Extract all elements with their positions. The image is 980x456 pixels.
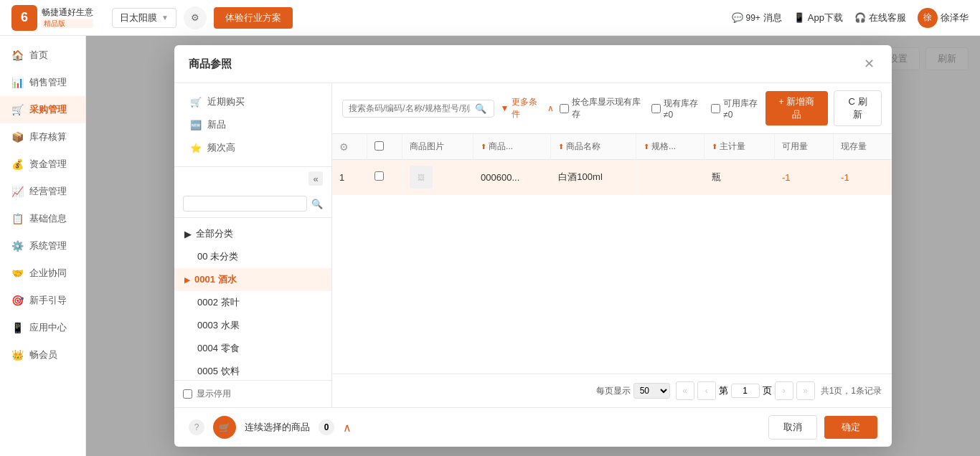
td-code: 000600... — [473, 160, 551, 195]
star-icon-sm: ⭐ — [190, 143, 202, 153]
page-nav: « ‹ 第 页 › » — [676, 381, 815, 400]
confirm-button[interactable]: 确定 — [824, 416, 877, 439]
cat-item-all[interactable]: ▶ 全部分类 — [174, 222, 331, 245]
selected-count-badge: 0 — [319, 419, 334, 435]
online-service-item[interactable]: 🎧 在线客服 — [854, 11, 906, 24]
try-industry-button[interactable]: 体验行业方案 — [214, 7, 293, 29]
prev-page-button[interactable]: ‹ — [697, 381, 716, 400]
recent-item-purchase[interactable]: 🛒 近期购买 — [182, 90, 324, 113]
help-icon[interactable]: ? — [189, 419, 204, 435]
cat-item-0005[interactable]: 0005 饮料 — [174, 360, 331, 380]
td-stock: -1 — [834, 160, 892, 195]
modal-close-button[interactable]: ✕ — [860, 55, 877, 72]
display-disabled-checkbox[interactable] — [183, 389, 192, 399]
product-thumbnail: 🖼 — [410, 166, 433, 189]
cat-item-uncategorized[interactable]: 00 未分类 — [174, 245, 331, 268]
continuous-select-label: 连续选择的商品 — [245, 421, 310, 434]
checkbox-warehouse-label[interactable]: 按仓库显示现有库存 — [560, 96, 646, 120]
first-page-button[interactable]: « — [676, 381, 694, 400]
checkbox-available-label[interactable]: 现有库存≠0 — [651, 98, 705, 120]
th-image-sort: 商品图片 — [410, 141, 444, 151]
notifications-item[interactable]: 💬 99+ 消息 — [732, 11, 782, 24]
nav-right: 💬 99+ 消息 📱 App下载 🎧 在线客服 徐 徐泽华 — [732, 8, 969, 28]
new-icon-sm: 🆕 — [190, 120, 202, 130]
td-index: 1 — [332, 160, 367, 195]
sidebar-item-basic-info[interactable]: 📋 基础信息 — [0, 205, 85, 232]
modal-footer: ? 🛒 连续选择的商品 0 ∧ 取消 确定 — [174, 407, 892, 447]
product-search-input[interactable] — [349, 103, 471, 113]
collapse-up-icon[interactable]: ∧ — [343, 421, 352, 434]
operations-icon: 📈 — [11, 186, 24, 197]
category-search-icon[interactable]: 🔍 — [311, 199, 323, 209]
product-search-box: 🔍 — [342, 100, 494, 118]
sort-icon-name: ⬆ — [558, 143, 564, 151]
cancel-button[interactable]: 取消 — [768, 415, 817, 440]
sidebar-item-guide[interactable]: 🎯 新手引导 — [0, 287, 85, 314]
member-icon: 👑 — [11, 349, 24, 361]
refresh-product-button[interactable]: C 刷新 — [834, 90, 882, 126]
collapse-left-button[interactable]: « — [308, 171, 323, 186]
sidebar-item-apps[interactable]: 📱 应用中心 — [0, 314, 85, 341]
category-list: ▶ 全部分类 00 未分类 ▶ 0001 酒水 — [174, 218, 331, 380]
th-image: 商品图片 — [402, 134, 473, 160]
sidebar-item-purchase[interactable]: 🛒 采购管理 — [0, 96, 85, 123]
modal-right-panel: 🔍 ▼ 更多条件 ∧ 按仓库显示现有库存 — [332, 83, 892, 407]
page-size-select[interactable]: 10 20 50 100 — [633, 383, 670, 399]
td-image: 🖼 — [402, 160, 473, 195]
add-product-button[interactable]: + 新增商品 — [765, 91, 829, 125]
table-settings-icon[interactable]: ⚙ — [339, 141, 349, 153]
td-name: 白酒100ml — [551, 160, 636, 195]
checkbox-available[interactable] — [651, 104, 661, 113]
modal-title: 商品参照 — [189, 57, 232, 71]
checkbox-warehouse[interactable] — [560, 104, 569, 113]
cat-item-0001[interactable]: ▶ 0001 酒水 — [174, 268, 331, 291]
th-available: 可用量 — [775, 134, 834, 160]
cat-item-0002[interactable]: 0002 茶叶 — [174, 291, 331, 314]
checkbox-usable[interactable] — [711, 104, 720, 113]
next-page-button[interactable]: › — [775, 381, 793, 400]
th-checkbox — [367, 134, 402, 160]
filter-button[interactable]: ▼ 更多条件 ∧ — [500, 96, 553, 120]
cart-button[interactable]: 🛒 — [213, 416, 236, 439]
sidebar-item-sales[interactable]: 📊 销售管理 — [0, 69, 85, 96]
sales-icon: 📊 — [11, 77, 24, 88]
footer-right: 取消 确定 — [768, 415, 877, 440]
checkbox-usable-label[interactable]: 可用库存≠0 — [711, 98, 765, 120]
cat-item-0003[interactable]: 0003 水果 — [174, 314, 331, 337]
recent-item-new[interactable]: 🆕 新品 — [182, 113, 324, 136]
product-table: ⚙ 商品图片 — [332, 134, 892, 195]
left-sidebar: 🏠 首页 📊 销售管理 🛒 采购管理 📦 库存核算 💰 资金管理 📈 经营管理 … — [0, 36, 86, 456]
user-item[interactable]: 徐 徐泽华 — [918, 8, 969, 28]
page-size-select-area: 每页显示 10 20 50 100 — [596, 383, 670, 399]
sidebar-item-enterprise[interactable]: 🤝 企业协同 — [0, 260, 85, 287]
recent-item-frequent[interactable]: ⭐ 频次高 — [182, 136, 324, 159]
gear-button[interactable]: ⚙ — [184, 6, 207, 29]
sidebar-item-finance[interactable]: 💰 资金管理 — [0, 151, 85, 178]
footer-left: ? 🛒 连续选择的商品 0 ∧ — [189, 416, 352, 439]
page-number-input[interactable] — [731, 384, 760, 398]
top-nav: 6 畅捷通好生意 精品版 日太阳膜 ▼ ⚙ 体验行业方案 💬 99+ 消息 📱 … — [0, 0, 980, 36]
select-all-checkbox[interactable] — [374, 141, 384, 151]
sidebar-item-member[interactable]: 👑 畅会员 — [0, 341, 85, 369]
image-placeholder-icon: 🖼 — [418, 174, 425, 181]
nav-selector[interactable]: 日太阳膜 ▼ — [112, 8, 176, 28]
sidebar-item-inventory[interactable]: 📦 库存核算 — [0, 123, 85, 151]
search-icon[interactable]: 🔍 — [475, 103, 486, 114]
td-unit: 瓶 — [705, 160, 775, 195]
category-search-input[interactable] — [183, 196, 307, 212]
table-row[interactable]: 1 🖼 — [332, 160, 892, 195]
guide-icon: 🎯 — [11, 295, 24, 306]
notifications-label: 消息 — [763, 11, 782, 24]
last-page-button[interactable]: » — [796, 381, 815, 400]
app-download-item[interactable]: 📱 App下载 — [793, 11, 843, 24]
sidebar-item-system[interactable]: ⚙️ 系统管理 — [0, 232, 85, 260]
filter-up-arrow-icon: ∧ — [547, 103, 554, 113]
modal-left-panel: 🛒 近期购买 🆕 新品 ⭐ 频次高 — [174, 83, 332, 407]
sidebar-item-operations[interactable]: 📈 经营管理 — [0, 178, 85, 205]
sidebar-item-home[interactable]: 🏠 首页 — [0, 42, 85, 69]
finance-icon: 💰 — [11, 158, 24, 170]
cat-item-0004[interactable]: 0004 零食 — [174, 337, 331, 360]
row-checkbox[interactable] — [374, 171, 384, 181]
main-layout: 🏠 首页 📊 销售管理 🛒 采购管理 📦 库存核算 💰 资金管理 📈 经营管理 … — [0, 36, 980, 456]
product-table-container: ⚙ 商品图片 — [332, 134, 892, 374]
